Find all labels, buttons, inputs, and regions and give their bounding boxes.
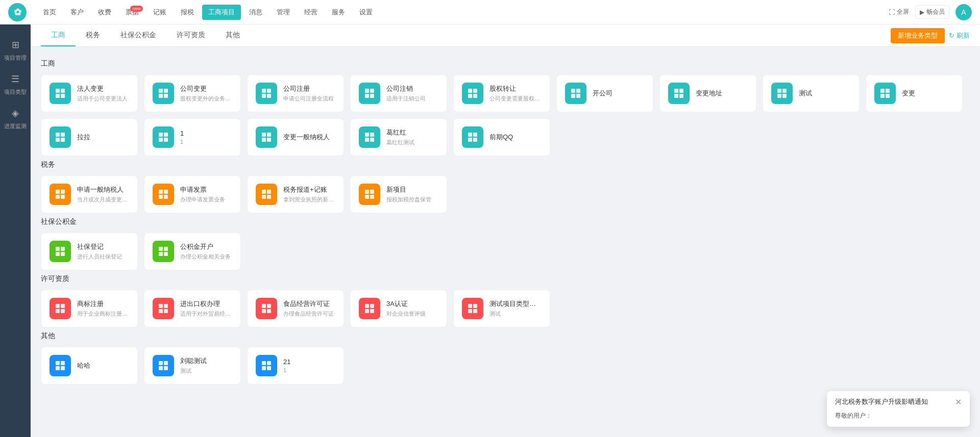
card-desc-新项目: 报税加税控盘保管	[386, 196, 438, 203]
card-text-申请发票: 申请发票 办理申请发票业务	[180, 185, 232, 203]
svg-rect-102	[56, 366, 60, 370]
card-社保登记[interactable]: 社保登记 进行人员社保登记	[41, 233, 138, 270]
card-前期QQ[interactable]: 前期QQ	[453, 118, 550, 156]
notification-close-button[interactable]: ✕	[955, 397, 962, 407]
card-拉拉[interactable]: 拉拉	[41, 118, 138, 156]
logo[interactable]: ✿	[8, 3, 27, 21]
card-desc-公积金开户: 办理公积金相关业务	[180, 253, 232, 261]
nav-item-票据[interactable]: 票据new	[119, 5, 145, 20]
tab-其他[interactable]: 其他	[215, 24, 250, 46]
card-公积金开户[interactable]: 公积金开户 办理公积金相关业务	[144, 233, 241, 270]
nav-item-设置[interactable]: 设置	[353, 5, 379, 20]
avatar-text: A	[961, 8, 966, 16]
svg-rect-78	[159, 252, 163, 256]
card-text-食品经营许可证: 食品经营许可证 办理食品经营许可证	[283, 299, 335, 318]
card-name-公司注册: 公司注册	[283, 84, 335, 93]
card-测试项目类型目定义[interactable]: 测试项目类型目定义 测试	[453, 290, 550, 327]
card-公司注销[interactable]: 公司注销 适用于注销公司	[350, 74, 447, 112]
card-进出口权办理[interactable]: 进出口权办理 适用于对外贸易经营者	[144, 290, 241, 327]
card-3A认证[interactable]: 3A认证 对企业信誉评级	[350, 290, 447, 327]
card-desc-3A认证: 对企业信誉评级	[386, 310, 438, 318]
card-申请一般纳税人[interactable]: 申请一般纳税人 当月或次月成变更完成	[41, 175, 138, 213]
svg-rect-67	[267, 195, 271, 199]
svg-rect-98	[468, 309, 472, 313]
svg-rect-52	[468, 133, 472, 137]
nav-item-记账[interactable]: 记账	[147, 5, 173, 20]
svg-rect-96	[468, 304, 472, 308]
tab-工商[interactable]: 工商	[41, 24, 76, 46]
svg-rect-82	[56, 309, 60, 313]
svg-rect-87	[164, 309, 168, 313]
refresh-button[interactable]: ↻ 刷新	[949, 31, 970, 40]
card-变更[interactable]: 变更	[866, 74, 963, 112]
member-button[interactable]: ▶ 畅会员	[915, 5, 949, 19]
svg-rect-21	[576, 89, 580, 93]
card-text-变更一般纳税人: 变更一般纳税人	[283, 133, 335, 142]
card-desc-测试项目类型目定义: 测试	[489, 310, 542, 318]
svg-rect-46	[262, 138, 266, 142]
svg-rect-3	[61, 94, 65, 98]
card-股权转让[interactable]: 股权转让 公司变更需要股权转让	[453, 74, 550, 112]
nav-item-消息[interactable]: 消息	[243, 5, 268, 20]
svg-rect-20	[571, 89, 575, 93]
card-刘聪测试[interactable]: 刘聪测试 测试	[144, 347, 241, 384]
card-变更地址[interactable]: 变更地址	[659, 74, 756, 112]
card-公司注册[interactable]: 公司注册 申请公司注册全流程	[247, 74, 344, 112]
nav-item-经营[interactable]: 经营	[298, 5, 324, 20]
card-name-刘聪测试: 刘聪测试	[180, 356, 232, 366]
svg-rect-23	[576, 94, 580, 98]
nav-item-首页[interactable]: 首页	[37, 5, 62, 20]
svg-rect-95	[370, 309, 374, 313]
nav-item-收费[interactable]: 收费	[92, 5, 117, 20]
tab-税务[interactable]: 税务	[76, 24, 110, 46]
card-商标注册[interactable]: 商标注册 用于企业商标注册服务	[41, 290, 138, 327]
nav-item-工商项目[interactable]: 工商项目	[202, 5, 241, 20]
tab-许可资质[interactable]: 许可资质	[166, 24, 215, 46]
svg-rect-26	[674, 94, 678, 98]
svg-rect-18	[468, 94, 472, 98]
nav-item-管理[interactable]: 管理	[271, 5, 296, 20]
card-text-公积金开户: 公积金开户 办理公积金相关业务	[180, 242, 232, 261]
card-21[interactable]: 21 1	[247, 347, 344, 384]
card-哈哈[interactable]: 哈哈	[41, 347, 138, 384]
avatar[interactable]: A	[955, 4, 972, 20]
section-title-other: 其他	[41, 331, 970, 341]
fullscreen-button[interactable]: ⛶ 全屏	[889, 8, 909, 16]
card-税务报道+记账[interactable]: 税务报道+记账 拿到营业执照的新公司	[247, 175, 344, 213]
nav-item-报税[interactable]: 报税	[175, 5, 200, 20]
card-变更一般纳税人[interactable]: 变更一般纳税人	[247, 118, 344, 156]
card-新项目[interactable]: 新项目 报税加税控盘保管	[350, 175, 447, 213]
card-name-申请一般纳税人: 申请一般纳税人	[77, 185, 129, 194]
card-测试[interactable]: 测试	[763, 74, 860, 112]
card-公司变更[interactable]: 公司变更 股权变更外的业务变更	[144, 74, 241, 112]
sidebar-icon-symbol: ◈	[12, 108, 19, 119]
card-name-测试项目类型目定义: 测试项目类型目定义	[489, 299, 542, 309]
svg-rect-109	[267, 361, 271, 365]
card-name-葛红红: 葛红红	[386, 128, 438, 137]
card-葛红红[interactable]: 葛红红 葛红红测试	[350, 118, 447, 156]
svg-rect-4	[159, 89, 163, 93]
sidebar-item-项目管理[interactable]: ⊞ 项目管理	[0, 33, 31, 67]
card-食品经营许可证[interactable]: 食品经营许可证 办理食品经营许可证	[247, 290, 344, 327]
sidebar-item-进度监测[interactable]: ◈ 进度监测	[0, 101, 31, 135]
new-type-button[interactable]: 新增业务类型	[891, 28, 945, 43]
svg-rect-79	[164, 252, 168, 256]
tab-bar: 工商税务社保公积金许可资质其他 新增业务类型 ↻ 刷新	[31, 24, 980, 47]
svg-rect-81	[61, 304, 65, 308]
card-1[interactable]: 1 1	[144, 118, 241, 156]
svg-rect-106	[159, 366, 163, 370]
card-name-法人变更: 法人变更	[77, 84, 129, 93]
section-other: 其他 哈哈	[41, 331, 970, 384]
svg-rect-77	[164, 247, 168, 251]
nav-item-服务[interactable]: 服务	[326, 5, 351, 20]
nav-item-客户[interactable]: 客户	[64, 5, 90, 20]
svg-rect-7	[164, 94, 168, 98]
card-开公司[interactable]: 开公司	[556, 74, 653, 112]
svg-rect-101	[61, 361, 65, 365]
card-申请发票[interactable]: 申请发票 办理申请发票业务	[144, 175, 241, 213]
card-法人变更[interactable]: 法人变更 适用于公司变更法人	[41, 74, 138, 112]
svg-rect-32	[880, 89, 885, 93]
sidebar-item-项目类型[interactable]: ☰ 项目类型	[0, 67, 31, 101]
tab-社保公积金[interactable]: 社保公积金	[110, 24, 166, 46]
card-text-开公司: 开公司	[593, 89, 645, 98]
